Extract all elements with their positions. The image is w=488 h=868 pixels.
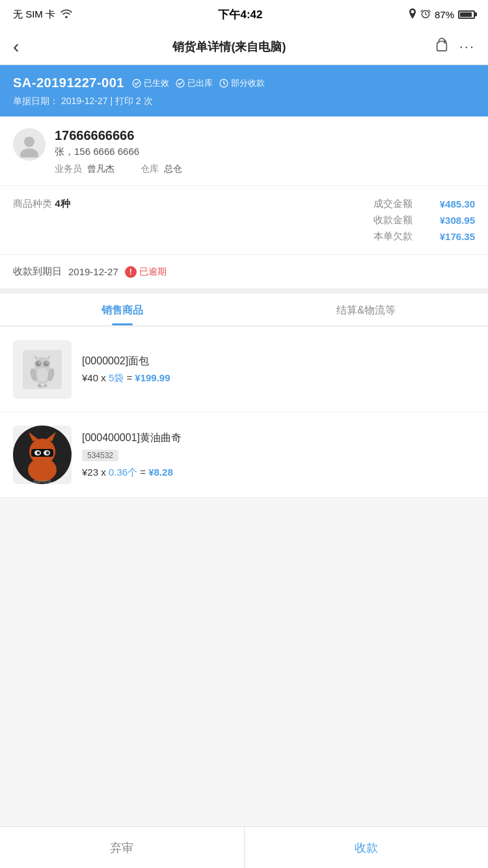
warehouse: 仓库 总仓 bbox=[141, 163, 182, 175]
status-left: 无 SIM 卡 bbox=[13, 8, 72, 21]
due-date-value: 2019-12-27 bbox=[68, 266, 118, 277]
share-icon[interactable] bbox=[435, 38, 449, 55]
nav-bar: ‹ 销货单详情(来自电脑) ··· bbox=[0, 29, 488, 65]
product-info-1: [0000002]面包 ¥40 x 5袋 = ¥199.99 bbox=[82, 355, 475, 385]
deal-amount-value: ¥485.30 bbox=[423, 198, 475, 210]
amount-detail: 成交金额 ¥485.30 收款金额 ¥308.95 本单欠款 ¥176.35 bbox=[373, 198, 475, 243]
overdue-text: 已逾期 bbox=[139, 266, 167, 278]
customer-phone: 17666666666 bbox=[55, 128, 475, 143]
battery-icon bbox=[458, 10, 475, 19]
product-list: 鱼+ [0000002]面包 ¥40 x 5袋 = ¥199.99 bbox=[0, 327, 488, 498]
customer-section: 17666666666 张，156 6666 6666 业务员 曾凡杰 仓库 总… bbox=[0, 116, 488, 186]
customer-meta: 业务员 曾凡杰 仓库 总仓 bbox=[55, 163, 475, 175]
cancel-button[interactable]: 弃审 bbox=[0, 827, 245, 868]
status-time: 下午4:42 bbox=[218, 7, 262, 22]
product-price-2: ¥23 x 0.36个 = ¥8.28 bbox=[82, 467, 475, 479]
product-batch-2: 534532 bbox=[82, 450, 118, 461]
product-name-1: [0000002]面包 bbox=[82, 355, 475, 368]
product-price-1: ¥40 x 5袋 = ¥199.99 bbox=[82, 372, 475, 385]
status-badge-effective: 已生效 bbox=[132, 77, 169, 89]
order-id: SA-20191227-001 bbox=[13, 75, 124, 90]
page-title: 销货单详情(来自电脑) bbox=[24, 39, 434, 55]
customer-name: 张，156 6666 6666 bbox=[55, 146, 475, 158]
product-name-2: [000400001]黄油曲奇 bbox=[82, 431, 475, 445]
tab-settlement[interactable]: 结算&物流等 bbox=[244, 293, 488, 325]
customer-info: 17666666666 张，156 6666 6666 业务员 曾凡杰 仓库 总… bbox=[55, 128, 475, 175]
amount-section: 商品种类 4种 成交金额 ¥485.30 收款金额 ¥308.95 本单欠款 ¥… bbox=[0, 186, 488, 255]
due-date-section: 收款到期日 2019-12-27 ! 已逾期 bbox=[0, 255, 488, 293]
svg-point-16 bbox=[46, 362, 47, 364]
svg-point-4 bbox=[24, 137, 34, 147]
list-item: 鱼+ [0000002]面包 ¥40 x 5袋 = ¥199.99 bbox=[0, 327, 488, 413]
order-header: SA-20191227-001 已生效 已出库 部分收款 单据日期： 2019-… bbox=[0, 65, 488, 116]
back-button[interactable]: ‹ bbox=[13, 31, 24, 62]
svg-text:鱼+: 鱼+ bbox=[39, 385, 46, 388]
owed-amount-row: 本单欠款 ¥176.35 bbox=[373, 230, 475, 243]
svg-point-33 bbox=[37, 452, 40, 455]
alarm-icon bbox=[420, 8, 431, 21]
battery-percentage: 87% bbox=[435, 9, 454, 20]
svg-point-34 bbox=[46, 452, 49, 455]
nav-actions: ··· bbox=[435, 38, 475, 55]
wifi-icon bbox=[61, 9, 72, 20]
status-badge-shipped: 已出库 bbox=[176, 77, 213, 89]
status-bar: 无 SIM 卡 下午4:42 87% bbox=[0, 0, 488, 29]
svg-point-13 bbox=[36, 362, 40, 366]
list-item: diamond [000400001]黄油曲奇 534532 ¥23 x 0.3… bbox=[0, 413, 488, 498]
received-amount-value: ¥308.95 bbox=[423, 215, 475, 226]
bottom-bar: 弃审 收款 bbox=[0, 826, 488, 868]
tabs: 销售商品 结算&物流等 bbox=[0, 293, 488, 326]
carrier-label: 无 SIM 卡 bbox=[13, 8, 55, 21]
svg-text:diamond: diamond bbox=[34, 479, 51, 483]
svg-point-14 bbox=[44, 362, 48, 366]
sales-person: 业务员 曾凡杰 bbox=[55, 163, 115, 175]
status-badges: 已生效 已出库 部分收款 bbox=[132, 77, 265, 89]
owed-amount-value: ¥176.35 bbox=[423, 231, 475, 242]
product-thumbnail-1: 鱼+ bbox=[13, 340, 72, 399]
location-icon bbox=[409, 8, 416, 21]
svg-point-15 bbox=[38, 362, 40, 364]
goods-type: 商品种类 4种 bbox=[13, 198, 70, 210]
tab-sales-goods[interactable]: 销售商品 bbox=[0, 293, 244, 325]
status-right: 87% bbox=[409, 8, 475, 21]
order-date-line: 单据日期： 2019-12-27 | 打印 2 次 bbox=[13, 96, 475, 107]
more-icon[interactable]: ··· bbox=[459, 38, 475, 55]
due-date-label: 收款到期日 bbox=[13, 265, 62, 278]
product-info-2: [000400001]黄油曲奇 534532 ¥23 x 0.36个 = ¥8.… bbox=[82, 431, 475, 479]
status-badge-partial: 部分收款 bbox=[219, 77, 265, 89]
product-thumbnail-2: diamond bbox=[13, 426, 72, 484]
avatar bbox=[13, 128, 46, 161]
overdue-badge: ! 已逾期 bbox=[125, 266, 167, 278]
received-amount-row: 收款金额 ¥308.95 bbox=[373, 214, 475, 226]
overdue-dot-icon: ! bbox=[125, 266, 137, 278]
pay-button[interactable]: 收款 bbox=[245, 827, 489, 868]
deal-amount-row: 成交金额 ¥485.30 bbox=[373, 198, 475, 210]
svg-point-20 bbox=[36, 368, 48, 382]
svg-point-5 bbox=[20, 148, 38, 157]
